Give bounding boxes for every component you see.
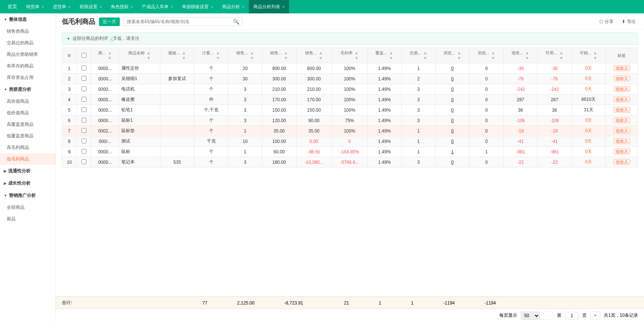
row-unit: 千克 — [194, 136, 228, 147]
col-spec[interactable]: 规格... ▲▼ — [160, 48, 194, 63]
row-checkbox[interactable] — [81, 97, 86, 102]
page-number-input[interactable] — [565, 312, 579, 319]
row-checkbox-cell[interactable] — [77, 147, 91, 157]
row-browse1[interactable]: 0 — [435, 115, 469, 126]
nav-item-permission[interactable]: 权限设置 × — [75, 0, 106, 13]
row-browse1[interactable]: 0 — [435, 105, 469, 115]
sidebar-item-all-goods[interactable]: 全部商品 — [0, 202, 55, 213]
col-name[interactable]: 商品名称 ▲▼ — [119, 48, 160, 63]
nav-item-analysis[interactable]: 商品分析 × — [218, 0, 249, 13]
row-checkbox-cell[interactable] — [77, 105, 91, 115]
close-icon[interactable]: × — [211, 5, 213, 9]
sidebar-item-low-value[interactable]: 低价值商品 — [0, 107, 55, 119]
sidebar-item-high-margin[interactable]: 高毛利商品 — [0, 142, 55, 153]
row-checkbox-cell[interactable] — [77, 136, 91, 147]
sidebar-item-new-goods[interactable]: 新品 — [0, 213, 55, 225]
row-checkbox-cell[interactable] — [77, 74, 91, 84]
select-all-checkbox[interactable] — [81, 53, 86, 58]
sidebar-group-flow[interactable]: ▶ 流通性分析 — [0, 165, 55, 177]
row-browse1[interactable]: 0 — [435, 136, 469, 147]
col-browse2[interactable]: 浏览... ▲▼ — [470, 48, 503, 63]
col-browse1[interactable]: 浏览... ▲▼ — [435, 48, 469, 63]
nav-item-role[interactable]: 角色授权 × — [106, 0, 138, 13]
sidebar-group-marketing[interactable]: ▼ 营销推广分析 — [0, 189, 55, 202]
col-checkbox[interactable] — [77, 48, 91, 63]
close-icon[interactable]: × — [171, 5, 173, 9]
close-icon[interactable]: × — [68, 5, 71, 9]
close-icon[interactable]: × — [42, 5, 44, 9]
nav-item-analysis-list[interactable]: 商品分析列表 × — [249, 0, 289, 13]
sidebar-item-sales-goods[interactable]: 销售类商品 — [0, 26, 55, 37]
col-sellable[interactable]: 可销... ▲▼ — [571, 48, 605, 63]
row-checkbox[interactable] — [81, 76, 86, 81]
sidebar-item-high-coverage[interactable]: 高覆盖度商品 — [0, 119, 55, 130]
row-browse1[interactable]: 0 — [435, 74, 469, 84]
row-checkbox[interactable] — [81, 159, 86, 164]
close-icon[interactable]: × — [100, 5, 102, 9]
row-checkbox-cell[interactable] — [77, 157, 91, 168]
data-table-container[interactable]: ⚙ 商... ▲▼ 商品名称 ▲▼ 规格... ▲▼ 计量... ▲▼ 销售..… — [56, 48, 644, 296]
row-checkbox[interactable] — [81, 66, 86, 70]
col-cover[interactable]: 覆盖... ▲▼ — [368, 48, 401, 63]
row-checkbox[interactable] — [81, 86, 86, 91]
row-checkbox-cell[interactable] — [77, 115, 91, 126]
col-avail[interactable]: 可用... ▲▼ — [538, 48, 571, 63]
row-checkbox-cell[interactable] — [77, 84, 91, 95]
next-page-button[interactable]: ＞ — [590, 311, 600, 320]
row-checkbox[interactable] — [81, 118, 86, 122]
row-browse1[interactable]: 0 — [435, 157, 469, 168]
sidebar-item-category-rate[interactable]: 商品分类助销率 — [0, 49, 55, 60]
prev-page-button[interactable]: ＜ — [544, 311, 553, 320]
row-checkbox[interactable] — [81, 138, 86, 143]
row-checkbox[interactable] — [81, 107, 86, 112]
col-unit[interactable]: 计量... ▲▼ — [194, 48, 228, 63]
sidebar-collapse-button[interactable]: 《 — [107, 36, 115, 43]
sidebar-group-cluster[interactable]: ▼ 类群度分析 — [0, 83, 55, 96]
row-checkbox-cell[interactable] — [77, 63, 91, 74]
row-browse1[interactable]: 0 — [435, 84, 469, 95]
sidebar-item-stock-capital[interactable]: 库存资金占用 — [0, 72, 55, 83]
sidebar-item-high-value[interactable]: 高价值商品 — [0, 96, 55, 107]
close-icon[interactable]: × — [242, 5, 244, 9]
per-page-select[interactable]: 50 100 200 — [521, 312, 540, 320]
col-trade[interactable]: 交易... ▲▼ — [401, 48, 435, 63]
share-button[interactable]: ⬡ 分享 — [597, 17, 616, 26]
col-sale1[interactable]: 销售... ▲▼ — [228, 48, 262, 63]
search-input[interactable] — [127, 19, 231, 24]
nav-item-purchase[interactable]: 进货单 × — [48, 0, 75, 13]
col-sale3[interactable]: 销售... ▲▼ — [296, 48, 331, 63]
col-gross[interactable]: 毛利率 ▲▼ — [331, 48, 367, 63]
row-browse1[interactable]: 0 — [435, 126, 469, 136]
col-sale2[interactable]: 销售... ▲▼ — [262, 48, 296, 63]
close-icon[interactable]: × — [282, 5, 285, 9]
nav-item-sales[interactable]: 销货单 × — [22, 0, 48, 13]
row-browse1[interactable]: 0 — [435, 63, 469, 74]
row-checkbox[interactable] — [81, 149, 86, 154]
col-code[interactable]: 商... ▲▼ — [91, 48, 119, 63]
search-icon[interactable]: 🔍 — [233, 19, 239, 25]
sidebar-group-overall[interactable]: ▼ 整体信息 — [0, 13, 55, 26]
row-checkbox[interactable] — [81, 128, 86, 133]
row-checkbox-cell[interactable] — [77, 95, 91, 105]
filter-recent-month-button[interactable]: 近一月 — [99, 17, 120, 26]
row-no: 7 — [62, 126, 77, 136]
col-stock[interactable]: 现有... ▲▼ — [503, 48, 537, 63]
row-checkbox-cell[interactable] — [77, 126, 91, 136]
sidebar-item-stocked-goods[interactable]: 有库存的商品 — [0, 60, 55, 72]
sidebar-item-low-coverage[interactable]: 低覆盖度商品 — [0, 130, 55, 142]
row-browse1[interactable]: 1 — [435, 147, 469, 157]
nav-item-product-inbound[interactable]: 产成品入库单 × — [137, 0, 177, 13]
row-stock: -981 — [503, 147, 537, 157]
export-button[interactable]: ⬆ 导出 — [619, 17, 638, 26]
sidebar-group-growth[interactable]: ▶ 成长性分析 — [0, 177, 55, 189]
row-browse1[interactable]: 0 — [435, 95, 469, 105]
col-settings[interactable]: ⚙ — [62, 48, 77, 63]
row-trade: 2 — [401, 74, 435, 84]
sidebar-item-low-margin[interactable]: 低毛利商品 — [0, 153, 55, 165]
nav-item-template[interactable]: 单据模板设置 × — [177, 0, 218, 13]
close-icon[interactable]: × — [131, 5, 133, 9]
row-sale1: 3 — [228, 105, 262, 115]
sidebar-item-traded-goods[interactable]: 交易过的商品 — [0, 37, 55, 49]
nav-item-home[interactable]: 首页 — [3, 0, 22, 13]
row-code: 0002... — [91, 126, 119, 136]
